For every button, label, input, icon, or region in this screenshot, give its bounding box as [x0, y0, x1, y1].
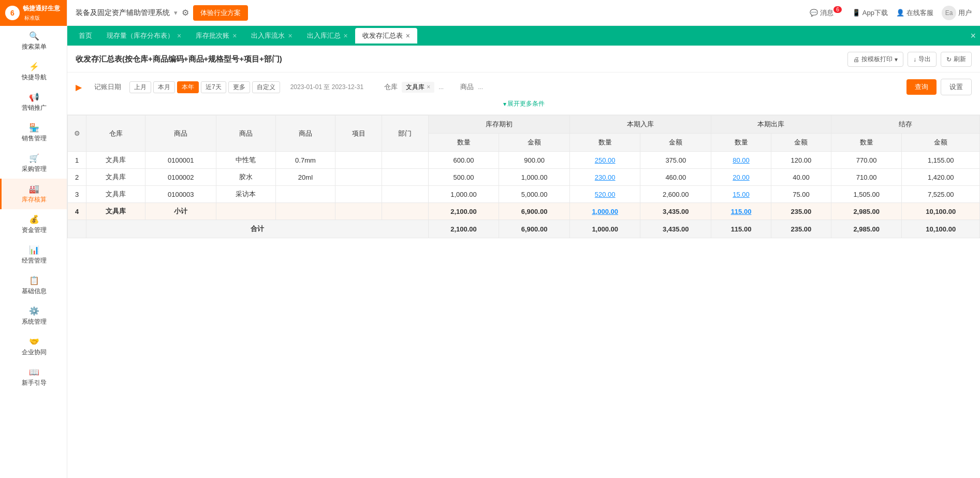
print-button[interactable]: 🖨 按模板打印 ▾	[847, 52, 903, 67]
subtotal-dept	[382, 203, 429, 220]
sidebar-item-finance[interactable]: 💰 资金管理	[0, 209, 67, 240]
date-btn-this-year[interactable]: 本年	[177, 81, 199, 93]
row1-code: 0100001	[145, 152, 216, 169]
inbound-group-header: 本期入库	[569, 115, 711, 134]
row2-project	[335, 169, 382, 186]
filter-toggle-icon[interactable]: ▶	[76, 82, 86, 92]
sidebar-item-newbie[interactable]: 📖 新手引导	[0, 362, 67, 393]
goods-label: 商品	[460, 82, 474, 92]
row1-close-qty: 770.00	[831, 152, 902, 169]
experience-button[interactable]: 体验行业方案	[193, 5, 248, 21]
row1-open-amt: 900.00	[499, 152, 570, 169]
header-left: 装备及固定资产辅助管理系统 ▾ ⚙ 体验行业方案	[76, 5, 248, 21]
name-column-header: 商品	[216, 115, 275, 152]
date-btn-last-month[interactable]: 上月	[129, 81, 151, 93]
query-button[interactable]: 查询	[906, 79, 937, 95]
footer-out-amt: 235.00	[771, 220, 831, 238]
goods-more[interactable]: ...	[478, 83, 483, 91]
subtotal-in-amt: 3,435.00	[640, 203, 711, 220]
date-btn-7days[interactable]: 近7天	[201, 81, 226, 93]
row2-open-qty: 500.00	[428, 169, 499, 186]
tabs-close-all-button[interactable]: ×	[970, 31, 976, 41]
refresh-button[interactable]: ↻ 刷新	[941, 52, 972, 67]
operations-icon: 📊	[29, 245, 39, 255]
tab-inout-summary[interactable]: 出入库汇总 ×	[300, 28, 355, 44]
header-dropdown-icon[interactable]: ▾	[174, 9, 178, 17]
message-item[interactable]: 💬 消息 6	[810, 8, 844, 18]
sidebar-item-enterprise[interactable]: 🤝 企业协同	[0, 331, 67, 362]
row3-name: 采访本	[216, 186, 275, 203]
tab-close-inout-summary[interactable]: ×	[344, 32, 348, 39]
date-range: 2023-01-01 至 2023-12-31	[290, 83, 363, 92]
print-icon: 🖨	[853, 56, 859, 63]
row1-in-qty: 250.00	[569, 152, 640, 169]
outbound-amt-header: 金额	[771, 134, 831, 152]
table-settings-icon[interactable]: ⚙	[74, 129, 80, 137]
export-icon: ↓	[913, 56, 916, 63]
outbound-qty-header: 数量	[711, 134, 771, 152]
settings-column-header: ⚙	[68, 115, 86, 152]
sidebar-item-quick[interactable]: ⚡ 快捷导航	[0, 56, 67, 87]
row2-spec: 20ml	[275, 169, 335, 186]
row1-dept	[382, 152, 429, 169]
row3-open-qty: 1,000.00	[428, 186, 499, 203]
date-btn-this-month[interactable]: 本月	[153, 81, 175, 93]
sidebar-item-sales[interactable]: 🏪 销售管理	[0, 118, 67, 148]
row1-project	[335, 152, 382, 169]
warehouse-tag-close[interactable]: ×	[427, 83, 430, 91]
sidebar-item-marketing[interactable]: 📢 营销推广	[0, 87, 67, 118]
expand-conditions-button[interactable]: ▾ 展开更多条件	[503, 99, 545, 108]
sidebar-item-basic[interactable]: 📋 基础信息	[0, 270, 67, 301]
tab-collect-summary[interactable]: 收发存汇总表 ×	[355, 28, 417, 44]
tab-home[interactable]: 首页	[71, 28, 99, 44]
export-button[interactable]: ↓ 导出	[908, 52, 937, 67]
system-icon: ⚙️	[29, 306, 39, 316]
app-download-item[interactable]: 📱 App下载	[852, 8, 888, 18]
tab-batch[interactable]: 库存批次账 ×	[188, 28, 244, 44]
phone-icon: 📱	[852, 9, 860, 17]
inbound-amt-header: 金额	[640, 134, 711, 152]
row2-close-qty: 710.00	[831, 169, 902, 186]
enterprise-icon: 🤝	[29, 337, 39, 346]
subtotal-open-qty: 2,100.00	[428, 203, 499, 220]
project-column-header: 项目	[335, 115, 382, 152]
page-header: 收发存汇总表(按仓库+商品编码+商品+规格型号+项目+部门) 🖨 按模板打印 ▾…	[67, 46, 980, 73]
row2-close-amt: 1,420.00	[902, 169, 980, 186]
inbound-qty-header: 数量	[569, 134, 640, 152]
settings-button[interactable]: 设置	[941, 79, 972, 95]
sidebar-item-purchase[interactable]: 🛒 采购管理	[0, 148, 67, 179]
tab-close-collect-summary[interactable]: ×	[406, 32, 410, 39]
subtotal-warehouse: 文具库	[86, 203, 145, 220]
lightning-icon: ⚡	[29, 62, 39, 71]
sidebar-item-inventory[interactable]: 🏭 库存核算	[0, 179, 67, 209]
top-header: 装备及固定资产辅助管理系统 ▾ ⚙ 体验行业方案 💬 消息 6 📱 App下载 …	[67, 0, 980, 26]
filter-row-expand: ▾ 展开更多条件	[76, 99, 972, 108]
row1-out-qty: 80.00	[711, 152, 771, 169]
row2-code: 0100002	[145, 169, 216, 186]
newbie-icon: 📖	[29, 367, 39, 377]
logo-text: 畅捷通好生意 标准版	[23, 4, 60, 22]
tab-close-inout-flow[interactable]: ×	[288, 32, 292, 39]
tab-inout-flow[interactable]: 出入库流水 ×	[244, 28, 299, 44]
user-item[interactable]: Ea 用户	[942, 6, 972, 20]
date-btn-more[interactable]: 更多	[228, 81, 250, 93]
warehouse-more[interactable]: ...	[438, 83, 444, 91]
message-badge: 6	[833, 6, 842, 13]
tab-close-current-inventory[interactable]: ×	[177, 32, 181, 39]
row3-dept	[382, 186, 429, 203]
tab-current-inventory[interactable]: 现存量（库存分布表） ×	[99, 28, 188, 44]
sidebar-item-operations[interactable]: 📊 经营管理	[0, 240, 67, 270]
footer-close-amt: 10,100.00	[902, 220, 980, 238]
online-service-item[interactable]: 👤 在线客服	[896, 8, 933, 18]
footer-in-qty: 1,000.00	[569, 220, 640, 238]
warehouse-label: 仓库	[384, 82, 398, 92]
table-row: 1 文具库 0100001 中性笔 0.7mm 600.00 900.00 25…	[68, 152, 980, 169]
tabs-bar: 首页 现存量（库存分布表） × 库存批次账 × 出入库流水 × 出入库汇总 × …	[67, 26, 980, 46]
sidebar-item-system[interactable]: ⚙️ 系统管理	[0, 301, 67, 331]
opening-amt-header: 金额	[499, 134, 570, 152]
date-btn-custom[interactable]: 自定义	[252, 81, 280, 93]
header-settings-icon[interactable]: ⚙	[182, 8, 189, 18]
tab-close-batch[interactable]: ×	[232, 32, 237, 39]
opening-group-header: 库存期初	[428, 115, 569, 134]
sidebar-item-search[interactable]: 🔍 搜索菜单	[0, 26, 67, 56]
